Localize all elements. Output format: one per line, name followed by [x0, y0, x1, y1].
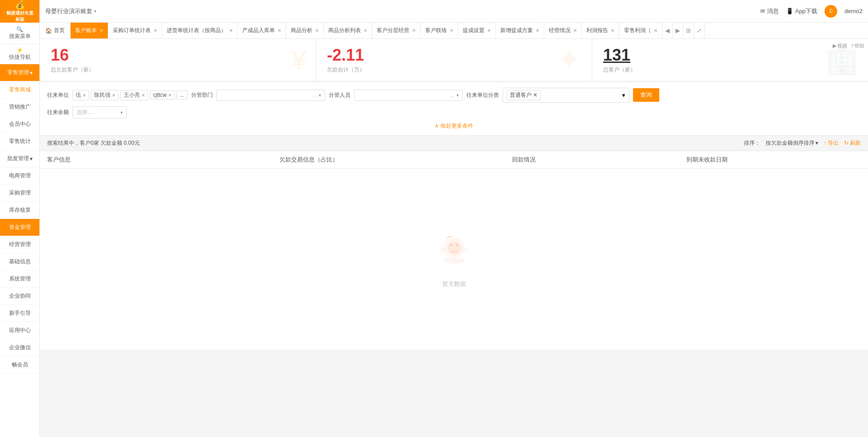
filter-tag-chen-remove[interactable]: ✕ [112, 93, 115, 98]
result-actions: 排序： 按欠款金额倒序排序 ▾ ↑ 导出 ↻ 刷新 [744, 139, 861, 147]
tab-retail-profit[interactable]: 零售利润（ ✕ [619, 23, 662, 39]
filter-tag-wu: 伍 ✕ [72, 90, 89, 100]
tab-new-raise[interactable]: 新增提成方案 ✕ [496, 23, 544, 39]
collapse-label: 收起更多条件 [441, 122, 473, 130]
filter-tag-cj-remove[interactable]: ✕ [168, 93, 172, 98]
tab-customer-book[interactable]: 客户账本 ✕ [71, 23, 108, 39]
filter-tag-wu-remove[interactable]: ✕ [82, 93, 86, 98]
tab-purchase-order-close[interactable]: ✕ [153, 28, 157, 33]
sidebar-quicknav[interactable]: ⚡ 快捷导航 [0, 44, 39, 64]
sidebar-item-ecommerce[interactable]: 电商管理 [0, 167, 39, 185]
sidebar-item-system[interactable]: 系统管理 [0, 271, 39, 288]
tab-product-analysis-close[interactable]: ✕ [315, 28, 319, 33]
unit-class-tag-label: 普通客户 [510, 91, 532, 99]
industry-selector[interactable]: 母婴行业演示账套 ▾ [45, 7, 96, 15]
sidebar-item-enterprise-wechat[interactable]: 企业微信 [0, 339, 39, 356]
tab-operation-close[interactable]: ✕ [573, 28, 577, 33]
collapse-btn[interactable]: ∧ 收起更多条件 [47, 122, 861, 130]
refresh-btn[interactable]: ↻ 刷新 [844, 139, 861, 147]
sidebar-search[interactable]: 🔍 搜索菜单 [0, 23, 39, 44]
filter-row-1: 往来单位 伍 ✕ 陈民强 ✕ 王小亮 ✕ cjttcw [47, 88, 861, 103]
balance-select[interactable]: 选择... ▾ [72, 106, 127, 119]
home-icon: 🏠 [45, 28, 52, 34]
tab-product-stock[interactable]: 产成品入库单 ✕ [238, 23, 286, 39]
tab-customer-contact-close[interactable]: ✕ [450, 28, 453, 33]
tab-retail-profit-label: 零售利润（ [624, 27, 651, 34]
dept-select[interactable]: ... ▾ [216, 90, 325, 101]
sidebar: 💰 畅捷通好生意 标版 🔍 搜索菜单 ⚡ 快捷导航 零售管理 ▾ 零售商城 营销… [0, 0, 40, 437]
empty-text: 暂无数据 [442, 280, 466, 288]
tab-operation[interactable]: 经营情况 ✕ [544, 23, 582, 39]
person-select[interactable]: ... ▾ [354, 90, 463, 101]
person-more-dots: ... [450, 92, 455, 99]
balance-label: 往来余额 [47, 109, 69, 116]
filter-tag-more[interactable]: ... [177, 90, 187, 100]
sidebar-item-retail-mall[interactable]: 零售商城 [0, 81, 39, 99]
tab-retail-profit-close[interactable]: ✕ [654, 28, 657, 33]
unit-label: 往来单位 [47, 91, 69, 99]
tab-profit-report-close[interactable]: ✕ [611, 28, 614, 33]
sidebar-item-app-center[interactable]: 应用中心 [0, 322, 39, 339]
unit-class-tag-remove[interactable]: ✕ [533, 92, 537, 98]
tab-customer-layer[interactable]: 客户分层经营 ✕ [372, 23, 421, 39]
tab-customer-layer-close[interactable]: ✕ [412, 28, 416, 33]
sidebar-item-member[interactable]: 会员中心 [0, 116, 39, 133]
tab-raise-settings-close[interactable]: ✕ [487, 28, 491, 33]
stat-bg-icon-3: 🏢 [825, 44, 859, 76]
tab-home[interactable]: 🏠 首页 [40, 23, 71, 39]
sidebar-item-operation[interactable]: 经营管理 [0, 236, 39, 253]
tab-customer-book-label: 客户账本 [75, 27, 97, 34]
query-button[interactable]: 查询 [633, 88, 659, 102]
table-header: 客户信息 欠款交易信息（占比） 回款情况 到期未收款日期 [40, 151, 868, 169]
sidebar-item-purchase[interactable]: 采购管理 [0, 185, 39, 202]
stat-bg-icon-2: ✦ [556, 41, 583, 78]
sidebar-logo: 💰 畅捷通好生意 标版 [0, 0, 39, 23]
sidebar-item-finance[interactable]: 资金管理 [0, 219, 39, 236]
stat-card-total: ▶ 视频 ? 帮助 🏢 131 总客户（家） [592, 39, 868, 81]
tab-customer-book-close[interactable]: ✕ [100, 28, 103, 33]
tab-raise-settings[interactable]: 提成设置 ✕ [458, 23, 496, 39]
sidebar-item-retail[interactable]: 零售管理 ▾ [0, 64, 39, 81]
svg-point-5 [440, 247, 446, 253]
tab-customer-contact[interactable]: 客户联络 ✕ [421, 23, 458, 39]
sidebar-item-wholesale[interactable]: 批发管理 ▾ [0, 150, 39, 167]
sort-value: 按欠款金额倒序排序 [766, 139, 815, 147]
stat-bg-icon-1: ¥ [292, 44, 307, 76]
message-btn[interactable]: ✉ 消息 [760, 7, 779, 15]
sidebar-item-inventory[interactable]: 库存核算 [0, 202, 39, 219]
unit-class-select[interactable]: 普通客户 ✕ ▾ [503, 88, 629, 103]
tab-nav-prev[interactable]: ◀ [662, 23, 673, 39]
sidebar-item-newbie[interactable]: 新手引导 [0, 305, 39, 322]
tab-nav-fullscreen[interactable]: ⤢ [694, 23, 705, 39]
export-btn[interactable]: ↑ 导出 [824, 139, 839, 147]
app-download-btn[interactable]: 📱 App下载 [786, 7, 817, 15]
filter-tag-wang-remove[interactable]: ✕ [141, 93, 145, 98]
filter-tag-cj-label: cjttcw [153, 92, 167, 98]
tab-profit-report[interactable]: 利润报告 ✕ [582, 23, 619, 39]
tab-product-stock-label: 产成品入库单 [242, 27, 275, 34]
user-avatar[interactable]: D [825, 5, 837, 18]
sidebar-item-marketing[interactable]: 营销推广 [0, 99, 39, 116]
tab-new-raise-close[interactable]: ✕ [536, 28, 539, 33]
top-header: 母婴行业演示账套 ▾ ✉ 消息 📱 App下载 D demo2 [40, 0, 868, 23]
tab-nav-more[interactable]: ⊞ [683, 23, 694, 39]
stat-number-debt: -2.11 [327, 46, 581, 64]
sidebar-item-vip-member[interactable]: 畅会员 [0, 356, 39, 374]
sort-select[interactable]: 按欠款金额倒序排序 ▾ [766, 139, 818, 147]
tab-product-stock-close[interactable]: ✕ [278, 28, 281, 33]
tab-stock-stat[interactable]: 进货单统计表（按商品） ✕ [162, 23, 238, 39]
sidebar-item-basic-info[interactable]: 基础信息 [0, 253, 39, 271]
filter-area: 往来单位 伍 ✕ 陈民强 ✕ 王小亮 ✕ cjttcw [40, 82, 868, 136]
tab-purchase-order[interactable]: 采购订单统计表 ✕ [108, 23, 162, 39]
sidebar-item-enterprise[interactable]: 企业协同 [0, 288, 39, 305]
tab-product-analysis-list-close[interactable]: ✕ [364, 28, 367, 33]
sidebar-item-retail-stat[interactable]: 零售统计 [0, 133, 39, 150]
tab-customer-contact-label: 客户联络 [425, 27, 447, 34]
tab-nav-next[interactable]: ▶ [673, 23, 683, 39]
tab-stock-stat-close[interactable]: ✕ [229, 28, 233, 33]
filter-tag-chen: 陈民强 ✕ [91, 90, 119, 100]
dept-more-dots: ... [312, 92, 317, 99]
tab-product-analysis-list[interactable]: 商品分析列表 ✕ [324, 23, 372, 39]
dept-label: 分管部门 [191, 91, 213, 99]
tab-product-analysis[interactable]: 商品分析 ✕ [286, 23, 324, 39]
